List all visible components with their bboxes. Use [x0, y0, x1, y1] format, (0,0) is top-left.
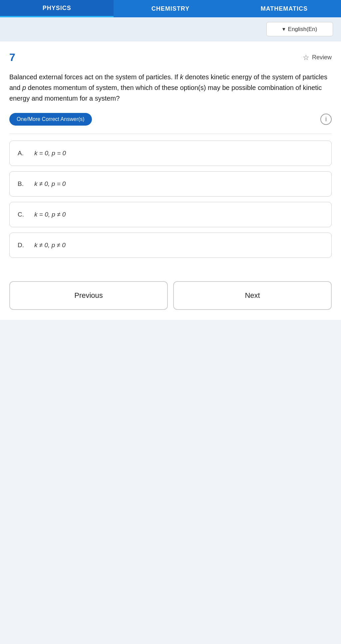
question-header: 7 ☆ Review: [9, 51, 332, 64]
language-dropdown[interactable]: ▾ English(En): [266, 22, 333, 36]
tab-physics-label: PHYSICS: [43, 5, 71, 12]
language-bar: ▾ English(En): [0, 17, 341, 41]
answer-type-row: One/More Correct Answer(s) i: [9, 113, 332, 126]
option-c-label: C.: [18, 211, 28, 218]
option-d-text: k ≠ 0, p ≠ 0: [34, 242, 66, 249]
tab-physics[interactable]: PHYSICS: [0, 0, 114, 17]
next-button[interactable]: Next: [173, 281, 332, 310]
option-b-label: B.: [18, 180, 28, 188]
option-c[interactable]: C. k = 0, p ≠ 0: [9, 202, 332, 227]
bottom-navigation: Previous Next: [0, 275, 341, 320]
chevron-down-icon: ▾: [282, 26, 285, 33]
info-icon[interactable]: i: [320, 114, 332, 125]
top-navigation: PHYSICS CHEMISTRY MATHEMATICS: [0, 0, 341, 17]
option-a[interactable]: A. k = 0, p = 0: [9, 141, 332, 166]
question-text: Balanced external forces act on the syst…: [9, 72, 332, 104]
option-c-text: k = 0, p ≠ 0: [34, 211, 66, 218]
option-b[interactable]: B. k ≠ 0, p = 0: [9, 171, 332, 197]
option-b-text: k ≠ 0, p = 0: [34, 180, 66, 188]
answer-type-badge: One/More Correct Answer(s): [9, 113, 92, 126]
tab-chemistry-label: CHEMISTRY: [152, 5, 189, 12]
tab-chemistry[interactable]: CHEMISTRY: [114, 0, 227, 17]
review-button[interactable]: ☆ Review: [303, 53, 332, 62]
previous-button[interactable]: Previous: [9, 281, 168, 310]
option-d-label: D.: [18, 242, 28, 249]
tab-mathematics-label: MATHEMATICS: [261, 5, 308, 12]
tab-mathematics[interactable]: MATHEMATICS: [227, 0, 341, 17]
option-d[interactable]: D. k ≠ 0, p ≠ 0: [9, 233, 332, 258]
question-container: 7 ☆ Review Balanced external forces act …: [0, 41, 341, 275]
question-number: 7: [9, 51, 15, 64]
divider: [9, 134, 332, 134]
star-icon: ☆: [303, 53, 309, 62]
review-label: Review: [312, 54, 332, 61]
option-a-label: A.: [18, 150, 28, 157]
option-a-text: k = 0, p = 0: [34, 150, 66, 157]
language-label: English(En): [288, 26, 317, 33]
options-list: A. k = 0, p = 0 B. k ≠ 0, p = 0 C. k = 0…: [9, 141, 332, 258]
